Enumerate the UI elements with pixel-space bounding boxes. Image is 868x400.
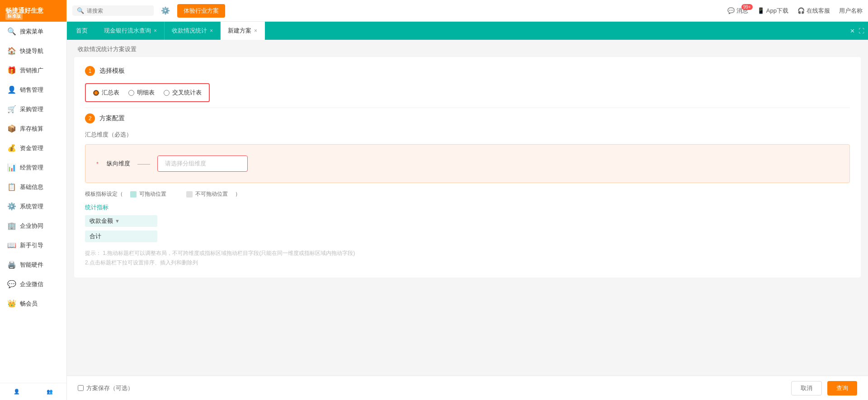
tip2: 2.点击标题栏下拉可设置排序、插入列和删除列 <box>85 259 850 267</box>
message-icon: 💬 <box>727 7 735 14</box>
user-name[interactable]: 用户名称 <box>839 7 863 15</box>
enterprise-icon: 🏢 <box>7 221 16 230</box>
user-name-label: 用户名称 <box>839 7 863 15</box>
download-icon: 📱 <box>757 7 764 14</box>
tips-section: 提示： 1.拖动标题栏可以调整布局，不可跨维度或指标区域拖动栏目字段(只能在同一… <box>85 249 850 267</box>
sidebar-item-quick-nav[interactable]: 🏠 快捷导航 <box>0 41 66 61</box>
radio-summary-input[interactable] <box>93 90 99 96</box>
sidebar-label-basic-info: 基础信息 <box>20 183 43 191</box>
sidebar-item-operation[interactable]: 📊 经营管理 <box>0 158 66 177</box>
radio-cross-label: 交叉统计表 <box>172 89 202 97</box>
dimension-input[interactable]: 请选择分组维度 <box>157 155 248 172</box>
sidebar: 畅捷通好生意 标准版 🔍 搜索菜单 🏠 快捷导航 🎁 营销推广 👤 销售管理 🛒… <box>0 0 67 400</box>
wechat-icon: 💬 <box>7 280 16 288</box>
search-menu-icon: 🔍 <box>7 27 16 36</box>
radio-cross-input[interactable] <box>164 90 170 96</box>
system-icon: ⚙️ <box>7 202 16 211</box>
tab-receipt-stats-label: 收款情况统计 <box>172 27 207 35</box>
radio-detail-input[interactable] <box>128 90 134 96</box>
customer-service-button[interactable]: 🎧 在线客服 <box>797 7 830 15</box>
sidebar-item-system[interactable]: ⚙️ 系统管理 <box>0 197 66 216</box>
tab-receipt-stats-close[interactable]: × <box>210 28 213 34</box>
radio-cross[interactable]: 交叉统计表 <box>164 89 202 97</box>
step2-header: 2 方案配置 <box>85 113 850 123</box>
metrics-legend: 模板指标设定（ 可拖动位置 不可拖动位置 ） <box>85 190 850 198</box>
metrics-subtag-total: 合计 <box>85 231 157 242</box>
cancel-button[interactable]: 取消 <box>791 381 822 395</box>
sidebar-item-purchase[interactable]: 🛒 采购管理 <box>0 99 66 119</box>
hardware-icon: 🖨️ <box>7 260 16 269</box>
sidebar-item-search-menu[interactable]: 🔍 搜索菜单 <box>0 22 66 41</box>
tab-new-plan[interactable]: 新建方案 × <box>221 22 265 40</box>
metrics-tag-amount[interactable]: 收款金额 ▼ <box>85 215 157 227</box>
industry-plan-button[interactable]: 体验行业方案 <box>177 4 225 18</box>
tab-close-all-icon[interactable]: ✕ <box>850 28 855 34</box>
sidebar-item-finance[interactable]: 💰 资金管理 <box>0 138 66 158</box>
sidebar-avatar2[interactable]: 👥 <box>45 387 55 396</box>
sidebar-bottom: 👤 👥 <box>0 383 66 400</box>
sidebar-item-basic-info[interactable]: 📋 基础信息 <box>0 177 66 197</box>
sidebar-label-search-menu: 搜索菜单 <box>20 28 43 36</box>
divider1 <box>85 108 850 108</box>
settings-icon[interactable]: ⚙️ <box>161 6 170 15</box>
tab-new-plan-label: 新建方案 <box>228 27 251 35</box>
metrics-label-text: 模板指标设定（ <box>85 190 123 198</box>
legend-draggable: 可拖动位置 <box>130 190 166 198</box>
sidebar-label-finance: 资金管理 <box>20 144 43 152</box>
template-selection: 汇总表 明细表 交叉统计表 <box>85 83 210 102</box>
tab-new-plan-close[interactable]: × <box>254 28 257 34</box>
tab-expand-icon[interactable]: ⛶ <box>859 28 864 34</box>
page-header: 收款情况统计方案设置 <box>67 40 868 57</box>
topbar-search-box[interactable]: 🔍 <box>72 5 154 16</box>
message-button[interactable]: 💬 消息 99+ <box>727 7 748 15</box>
sidebar-item-wechat[interactable]: 💬 企业微信 <box>0 274 66 294</box>
customer-service-label: 在线客服 <box>807 7 830 15</box>
main-card: 1 选择模板 汇总表 明细表 交叉统计表 <box>74 57 861 278</box>
radio-detail[interactable]: 明细表 <box>128 89 155 97</box>
topbar-search-input[interactable] <box>87 8 146 14</box>
save-checkbox[interactable] <box>78 385 84 391</box>
sidebar-label-quick-nav: 快捷导航 <box>20 47 43 55</box>
sidebar-label-marketing: 营销推广 <box>20 66 43 75</box>
sidebar-item-guide[interactable]: 📖 新手引导 <box>0 235 66 255</box>
footer: 方案保存（可选） 取消 查询 <box>67 376 868 400</box>
required-star: * <box>96 160 99 167</box>
chevron-down-icon: ▼ <box>115 218 120 224</box>
finance-icon: 💰 <box>7 144 16 152</box>
member-icon: 👑 <box>7 299 16 308</box>
app-version: 标准版 <box>5 13 23 20</box>
arrow-right-icon: —— <box>137 160 150 167</box>
query-button[interactable]: 查询 <box>827 381 857 395</box>
dimension-config: 汇总维度（必选） * 纵向维度 —— 请选择分组维度 <box>85 131 850 183</box>
sidebar-item-member[interactable]: 👑 畅会员 <box>0 294 66 313</box>
step1-title: 选择模板 <box>99 67 125 75</box>
sidebar-label-inventory: 库存核算 <box>20 125 43 133</box>
sidebar-item-enterprise[interactable]: 🏢 企业协同 <box>0 216 66 235</box>
step2-circle: 2 <box>85 113 95 123</box>
sidebar-label-wechat: 企业微信 <box>20 280 43 288</box>
dimension-label: 纵向维度 <box>107 160 130 168</box>
app-logo: 畅捷通好生意 标准版 <box>0 0 66 22</box>
sidebar-label-guide: 新手引导 <box>20 241 43 249</box>
legend-draggable-label: 可拖动位置 <box>139 190 166 198</box>
sidebar-avatar1[interactable]: 👤 <box>12 387 22 396</box>
tab-bank-flow-close[interactable]: × <box>154 28 157 34</box>
tab-receipt-stats[interactable]: 收款情况统计 × <box>165 22 221 40</box>
app-download-button[interactable]: 📱 App下载 <box>757 7 788 15</box>
footer-buttons: 取消 查询 <box>791 381 857 395</box>
step1-circle: 1 <box>85 66 95 76</box>
footer-save-section: 方案保存（可选） <box>78 384 133 392</box>
sidebar-item-inventory[interactable]: 📦 库存核算 <box>0 119 66 138</box>
sidebar-item-hardware[interactable]: 🖨️ 智能硬件 <box>0 255 66 274</box>
fixed-dot <box>186 191 193 198</box>
sidebar-item-marketing[interactable]: 🎁 营销推广 <box>0 61 66 80</box>
tabbar: 首页 现金银行流水查询 × 收款情况统计 × 新建方案 × ✕ ⛶ <box>67 22 868 40</box>
tab-bank-flow-label: 现金银行流水查询 <box>104 27 151 35</box>
tab-bank-flow[interactable]: 现金银行流水查询 × <box>97 22 165 40</box>
radio-summary[interactable]: 汇总表 <box>93 89 119 97</box>
legend-fixed: 不可拖动位置 <box>186 190 228 198</box>
sidebar-item-sales[interactable]: 👤 销售管理 <box>0 80 66 99</box>
operation-icon: 📊 <box>7 163 16 172</box>
radio-detail-label: 明细表 <box>137 89 155 97</box>
tab-home[interactable]: 首页 <box>67 27 97 35</box>
